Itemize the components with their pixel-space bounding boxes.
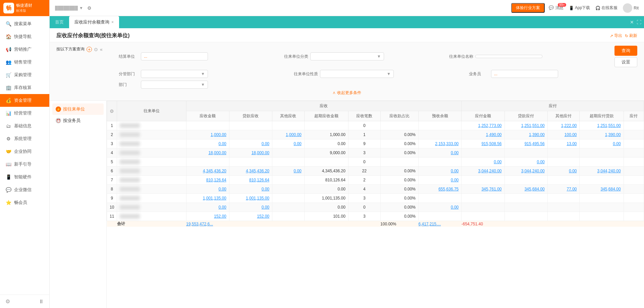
total-ar-amount[interactable]: 19,553,472,6... xyxy=(186,222,213,226)
sidebar-item-purchase[interactable]: 🛒 采购管理 xyxy=(0,69,49,81)
cell-link[interactable]: 0.00 xyxy=(262,141,269,146)
dept-select[interactable]: ▼ xyxy=(141,81,208,89)
cell-link[interactable]: 1,000.00 xyxy=(211,132,226,137)
collapse-more-button[interactable]: ∧ 收起更多条件 xyxy=(56,89,637,97)
sidebar-item-enterprise-label: 企业协同 xyxy=(14,148,32,155)
filter-collapse-icon[interactable]: « xyxy=(100,47,103,52)
cell-link[interactable]: 345,684.00 xyxy=(601,187,621,191)
tab-ar-query[interactable]: 应收应付余额查询 × xyxy=(69,16,119,28)
cell-link[interactable]: 915,508.56 xyxy=(481,141,501,146)
cell-link[interactable]: 0.00 xyxy=(218,187,226,191)
cell-link[interactable]: 345,761.00 xyxy=(481,187,501,191)
partner-nature-select[interactable]: ▼ xyxy=(320,70,394,78)
cell-link[interactable]: 1,390.00 xyxy=(529,132,545,137)
cell-link[interactable]: 915,495.56 xyxy=(525,141,545,146)
cell-link[interactable]: 0.00 xyxy=(218,205,226,210)
refresh-button[interactable]: ↻ 刷新 xyxy=(625,33,637,39)
sidebar-item-basic[interactable]: 🗂 基础信息 xyxy=(0,120,49,132)
cell-link[interactable]: 4,345,436.20 xyxy=(246,169,269,173)
col-settings-header[interactable]: ⚙ xyxy=(107,101,117,121)
tab-home[interactable]: 首页 xyxy=(50,16,69,28)
cell-link[interactable]: 345,684.00 xyxy=(525,187,545,191)
cell-link[interactable]: 18,000.00 xyxy=(208,150,226,155)
cell-link[interactable]: 3,044,240.00 xyxy=(521,169,545,173)
cell-link[interactable]: 3,044,240.00 xyxy=(478,169,501,173)
cell-link[interactable]: 3,044,240.00 xyxy=(597,169,621,173)
cell-link[interactable]: 13.00 xyxy=(567,141,577,146)
tab-expand-icon[interactable]: ⛶ xyxy=(637,19,641,25)
partner-nature-label: 往来单位性质 xyxy=(294,71,318,77)
message-badge-container[interactable]: 💬 消息 99+ xyxy=(549,5,564,11)
partner-category-select[interactable]: ▼ xyxy=(310,52,384,60)
total-prepaid[interactable]: 6,417,215.... xyxy=(419,222,441,226)
filter-add-icon[interactable]: + xyxy=(87,47,92,52)
promo-button[interactable]: 体验行业方案 xyxy=(511,3,545,13)
cell-link[interactable]: 0.00 xyxy=(262,187,269,191)
cell-link[interactable]: 1,001,135.00 xyxy=(203,196,226,201)
sidebar-item-inventory[interactable]: 🏢 库存核算 xyxy=(0,81,49,94)
sidebar-item-hardware[interactable]: 📱 智能硬件 xyxy=(0,171,49,183)
tab-close-window-icon[interactable]: ✕ xyxy=(630,19,634,25)
app-download[interactable]: 📱 App下载 xyxy=(569,5,590,11)
cell-link[interactable]: 1,251,551.00 xyxy=(521,123,545,128)
sidebar-item-finance[interactable]: 💰 资金管理 xyxy=(0,94,49,107)
cell-link[interactable]: 152.00 xyxy=(257,214,269,219)
tab-close-icon[interactable]: × xyxy=(111,20,114,25)
cell-link[interactable]: 2,153,333.00 xyxy=(435,141,459,146)
cell-link[interactable]: 0.00 xyxy=(262,205,269,210)
sidebar-item-quicknav[interactable]: 🏠 快捷导航 xyxy=(0,30,49,43)
salesperson-input[interactable]: ... xyxy=(491,70,558,78)
cell-link[interactable]: 1,001,135.00 xyxy=(246,196,269,201)
sidebar-item-system[interactable]: ⚙ 系统管理 xyxy=(0,132,49,145)
query-item-partner[interactable]: ⚡ 按往来单位 xyxy=(52,103,104,115)
cell-link[interactable]: 1,000.00 xyxy=(286,132,302,137)
row-number: 10 xyxy=(107,203,117,212)
sidebar-collapse-icon[interactable]: ⏸ xyxy=(39,299,44,305)
settlement-unit-input[interactable]: ... xyxy=(141,52,208,60)
table-settings-icon[interactable]: ⚙ xyxy=(110,108,114,114)
sidebar-item-enterprise[interactable]: 🤝 企业协同 xyxy=(0,145,49,158)
sidebar-item-marketing[interactable]: 📢 营销推广 xyxy=(0,43,49,56)
cell-link[interactable]: 1,252,773.00 xyxy=(478,123,501,128)
cell-link[interactable]: 0.00 xyxy=(293,169,301,173)
sidebar-item-member[interactable]: ⭐ 畅会员 xyxy=(0,196,49,209)
online-service[interactable]: 🎧 在线客服 xyxy=(595,5,618,11)
query-button[interactable]: 查询 xyxy=(614,46,637,56)
cell-link[interactable]: 810,126.64 xyxy=(206,178,226,182)
sidebar-item-wechat[interactable]: 💬 企业微信 xyxy=(0,183,49,196)
sidebar-item-sales[interactable]: 👥 销售管理 xyxy=(0,56,49,69)
cell-link[interactable]: 100.00 xyxy=(565,132,577,137)
cell-link[interactable]: 18,000.00 xyxy=(252,150,269,155)
partner-name-input[interactable] xyxy=(475,55,542,58)
sidebar-settings-icon[interactable]: ⚙ xyxy=(5,298,10,305)
cell-link[interactable]: 152.00 xyxy=(214,214,226,219)
filter-target-icon[interactable]: ⊙ xyxy=(94,47,98,52)
dept-manager-select[interactable]: ▼ xyxy=(141,70,208,78)
cell-link[interactable]: 0.00 xyxy=(451,178,459,182)
cell-link[interactable]: 4,345,436.20 xyxy=(203,169,226,173)
sidebar-item-operations[interactable]: 📊 经营管理 xyxy=(0,107,49,120)
setup-button[interactable]: 设置 xyxy=(614,57,637,67)
cell-link[interactable]: 0.00 xyxy=(218,141,226,146)
cell-link[interactable]: 0.00 xyxy=(494,160,501,164)
cell-link[interactable]: 810,126.64 xyxy=(249,178,269,182)
cell-link[interactable]: 0.00 xyxy=(569,169,577,173)
query-item-salesperson[interactable]: ⏰ 按业务员 xyxy=(52,115,104,126)
cell-link[interactable]: 0.00 xyxy=(537,160,544,164)
cell-link[interactable]: 0.00 xyxy=(613,141,621,146)
sidebar-item-guide[interactable]: 📖 新手引导 xyxy=(0,158,49,171)
cell-link[interactable]: 1,222.00 xyxy=(561,123,577,128)
cell-link[interactable]: 1,390.00 xyxy=(605,132,621,137)
cell-link[interactable]: 655,636.75 xyxy=(438,187,459,191)
cell-link[interactable]: 1,251,551.00 xyxy=(597,123,621,128)
export-button[interactable]: ↗ 导出 xyxy=(610,33,622,39)
cell-link[interactable]: 1,490.00 xyxy=(486,132,502,137)
cell-link[interactable]: 0.00 xyxy=(451,150,459,155)
cell-link[interactable]: 0.00 xyxy=(293,141,301,146)
gear-btn[interactable]: ⚙ xyxy=(87,5,92,11)
cell-link[interactable]: 77.00 xyxy=(567,187,577,191)
user-avatar-area[interactable]: Rit xyxy=(623,3,639,13)
cell-link[interactable]: 0.00 xyxy=(451,169,459,173)
sidebar-item-search[interactable]: 🔍 搜索菜单 xyxy=(0,17,49,30)
cell-link[interactable]: 0.00 xyxy=(451,205,459,210)
